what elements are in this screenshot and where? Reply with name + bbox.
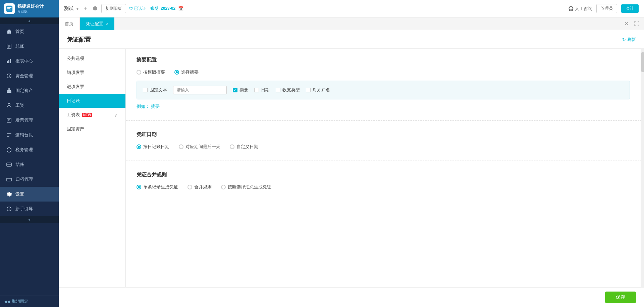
voucher-merge-title: 凭证合并规则	[137, 172, 630, 178]
gear-icon[interactable]	[91, 6, 99, 12]
tab-voucher-config[interactable]: 凭证配置 ×	[80, 17, 114, 30]
manager-button[interactable]: 管理员	[596, 4, 617, 13]
left-nav-purchase-invoice[interactable]: 进项发票	[59, 80, 125, 94]
sidebar-item-close-accounts[interactable]: 结账	[0, 157, 59, 172]
calendar-icon[interactable]: 📅	[178, 6, 183, 11]
tabbar: 首页 凭证配置 × ✕ ⛶	[59, 17, 644, 30]
checkbox-counterpart-name[interactable]: 对方户名	[306, 87, 330, 93]
app-edition: 专业版	[17, 9, 44, 14]
svg-rect-6	[7, 91, 11, 93]
section-divider-1	[126, 120, 641, 121]
radio-select-label: 选择摘要	[181, 69, 199, 75]
radio-custom-date-circle	[230, 144, 234, 149]
sidebar-item-ledger[interactable]: 总账	[0, 39, 59, 54]
radio-merge-rule-circle	[187, 185, 192, 189]
refresh-button[interactable]: ↻ 刷新	[622, 37, 636, 47]
checkbox-date-label: 日期	[261, 87, 270, 93]
scrollbar-thumb[interactable]	[641, 52, 644, 72]
left-nav-sales-invoice[interactable]: 销项发票	[59, 65, 125, 80]
fixed-text-input[interactable]	[173, 86, 227, 94]
sidebar-item-report[interactable]: 报表中心	[0, 54, 59, 69]
cancel-fixed-button[interactable]: ◀◀ 取消固定	[0, 296, 59, 307]
radio-diary-date[interactable]: 按日记账日期	[137, 144, 169, 150]
sidebar-item-home[interactable]: 首页	[0, 24, 59, 39]
sidebar-item-trade[interactable]: 进销台账	[0, 128, 59, 142]
role-button[interactable]: 会计	[621, 4, 639, 13]
add-tab-button[interactable]: +	[82, 5, 89, 12]
shield-icon: 🛡	[129, 6, 133, 11]
left-nav: 公共选项 销项发票 进项发票 日记账 工资表 NEW ∨	[59, 49, 126, 287]
radio-single-record[interactable]: 单条记录生成凭证	[137, 184, 178, 190]
radio-select-summary[interactable]: 选择摘要	[174, 69, 199, 75]
svg-point-9	[8, 103, 10, 105]
refresh-icon: ↻	[622, 37, 626, 42]
sidebar-item-tax[interactable]: 税务管理	[0, 142, 59, 157]
headset-icon: 🎧	[568, 6, 574, 11]
consult-button[interactable]: 🎧 人工咨询	[568, 6, 592, 12]
tab-voucher-config-label: 凭证配置	[86, 21, 103, 27]
checkbox-summary[interactable]: 摘要	[233, 87, 248, 93]
radio-last-day[interactable]: 对应期间最后一天	[179, 144, 220, 150]
checkbox-summary-box	[233, 88, 237, 92]
save-button[interactable]: 保存	[605, 292, 636, 303]
sidebar-label-guide: 新手引导	[15, 206, 33, 212]
asset-icon	[6, 88, 12, 94]
page-title: 凭证配置	[67, 36, 91, 48]
sidebar-item-invoice[interactable]: 发票管理	[0, 113, 59, 128]
expand-button[interactable]: ⛶	[632, 20, 641, 28]
cancel-fixed-icon: ◀◀	[4, 299, 10, 304]
home-icon	[6, 29, 12, 35]
invoice-icon	[6, 117, 12, 123]
sidebar-label-archive: 归档管理	[15, 176, 33, 182]
page-header: 凭证配置 ↻ 刷新	[59, 30, 644, 49]
sidebar-label-report: 报表中心	[15, 58, 33, 64]
bottom-bar: 保存	[59, 287, 644, 307]
sidebar: 畅捷通好会计 专业版 ▲ 首页 总账 报表中心	[0, 0, 59, 307]
sidebar-label-asset: 固定资产	[15, 88, 33, 94]
sidebar-label-home: 首页	[15, 29, 24, 35]
consult-label: 人工咨询	[575, 6, 592, 12]
sidebar-item-fund[interactable]: 资金管理	[0, 69, 59, 83]
radio-template-summary[interactable]: 按模版摘要	[137, 69, 165, 75]
svg-point-13	[9, 180, 9, 180]
certified-label: 已认证	[134, 6, 146, 11]
scrollbar-track[interactable]	[641, 49, 644, 287]
close-window-button[interactable]: ✕	[622, 20, 631, 28]
sidebar-label-ledger: 总账	[15, 43, 24, 49]
tab-close-icon[interactable]: ×	[106, 21, 108, 26]
left-nav-salary-table[interactable]: 工资表 NEW ∨	[59, 108, 125, 122]
main-area: 测试 ▼ + 切到旧版 🛡 已认证 账期 2023-02 📅 🎧 人工咨询 管理…	[59, 0, 644, 307]
tab-home[interactable]: 首页	[59, 17, 80, 30]
sidebar-label-close-accounts: 结账	[15, 162, 24, 168]
company-selector[interactable]: 测试 ▼	[64, 6, 79, 12]
scroll-down-icon[interactable]: ▼	[28, 218, 31, 222]
sidebar-item-guide[interactable]: 新手引导	[0, 202, 59, 216]
sidebar-item-archive[interactable]: 归档管理	[0, 172, 59, 187]
sidebar-item-asset[interactable]: 固定资产	[0, 83, 59, 98]
radio-aggregate[interactable]: 按照选择汇总生成凭证	[221, 184, 271, 190]
left-nav-fixed-assets[interactable]: 固定资产	[59, 122, 125, 136]
sidebar-item-salary[interactable]: 工资	[0, 98, 59, 113]
radio-custom-date[interactable]: 自定义日期	[230, 144, 258, 150]
section-voucher-date: 凭证日期 按日记账日期 对应期间最后一天	[137, 131, 630, 150]
svg-rect-3	[8, 60, 9, 63]
sidebar-item-settings[interactable]: 设置	[0, 187, 59, 202]
right-panel: 摘要配置 按模版摘要 选择摘要	[126, 49, 644, 287]
checkbox-income-type[interactable]: 收支类型	[276, 87, 300, 93]
trade-icon	[6, 132, 12, 138]
radio-diary-date-label: 按日记账日期	[143, 144, 169, 150]
svg-rect-8	[8, 88, 10, 90]
radio-merge-rule[interactable]: 合并规则	[187, 184, 212, 190]
checkbox-fixed-text[interactable]: 固定文本	[143, 87, 167, 93]
checkbox-date[interactable]: 日期	[254, 87, 270, 93]
expand-arrow-icon: ∨	[114, 113, 117, 118]
ledger-icon	[6, 43, 12, 49]
left-nav-public[interactable]: 公共选项	[59, 51, 125, 65]
voucher-date-title: 凭证日期	[137, 131, 630, 138]
two-panel: 公共选项 销项发票 进项发票 日记账 工资表 NEW ∨	[59, 49, 644, 287]
scroll-up-icon[interactable]: ▲	[28, 19, 31, 23]
svg-rect-12	[7, 178, 11, 181]
left-nav-diary[interactable]: 日记账	[59, 94, 125, 108]
summary-radio-group: 按模版摘要 选择摘要	[137, 69, 630, 75]
old-version-button[interactable]: 切到旧版	[101, 4, 126, 13]
